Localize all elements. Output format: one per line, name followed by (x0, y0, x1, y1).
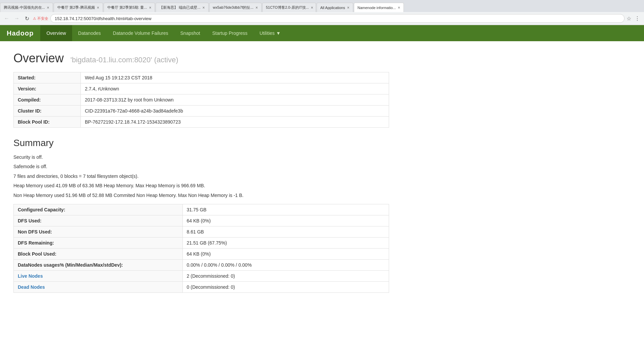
main-content: Overview 'bigdata-01.liu.com:8020' (acti… (0, 41, 402, 303)
nav-overview[interactable]: Overview (40, 25, 72, 41)
value-dfs-used: 64 KB (0%) (182, 215, 389, 226)
value-version: 2.7.4, rUnknown (81, 83, 389, 94)
label-dead-nodes: Dead Nodes (14, 281, 183, 292)
value-cluster-id: CID-22391a76-72a0-4668-a24b-3ad84adefe3b (81, 106, 389, 117)
table-row: Configured Capacity: 31.75 GB (14, 204, 389, 215)
tab-1[interactable]: 腾讯视频-中国领先的在... × (0, 3, 53, 12)
chevron-down-icon: ▼ (276, 30, 281, 36)
table-row: Block Pool Used: 64 KB (0%) (14, 248, 389, 259)
summary-line-0: Security is off. (13, 153, 389, 161)
table-row: Compiled: 2017-08-23T13:31Z by root from… (14, 94, 389, 106)
summary-line-3: Heap Memory used 41.09 MB of 63.36 MB He… (13, 182, 389, 189)
summary-line-2: 7 files and directories, 0 blocks = 7 to… (13, 173, 389, 180)
tab-label-6: 51CTO博客2.0-原的IT技... (266, 5, 309, 10)
summary-section: Summary Security is off. Safemode is off… (13, 138, 389, 293)
value-configured-capacity: 31.75 GB (182, 204, 389, 215)
tab-6[interactable]: 51CTO博客2.0-原的IT技... × (262, 3, 316, 12)
nav-datanodes[interactable]: Datanodes (72, 25, 107, 41)
tab-label-3: 中餐厅 第2季第5期: 量... (107, 5, 147, 10)
tab-5[interactable]: wx5ab76de3dbb7f的扯... × (209, 3, 262, 12)
table-row: Non DFS Used: 8.61 GB (14, 226, 389, 237)
table-row: Started: Wed Aug 15 19:12:23 CST 2018 (14, 72, 389, 83)
label-datanodes-usages: DataNodes usages% (Min/Median/Max/stdDev… (14, 259, 183, 270)
summary-title: Summary (13, 138, 389, 148)
value-block-pool-used: 64 KB (0%) (182, 248, 389, 259)
tab-close-8[interactable]: × (398, 5, 400, 10)
security-warning: ⚠ 不安全 (33, 16, 48, 21)
tab-label-2: 中餐厅 第2季-腾讯视频 (57, 5, 95, 10)
label-non-dfs-used: Non DFS Used: (14, 226, 183, 237)
table-row: Cluster ID: CID-22391a76-72a0-4668-a24b-… (14, 106, 389, 117)
tab-close-3[interactable]: × (149, 5, 151, 10)
nav-utilities[interactable]: Utilities ▼ (254, 25, 287, 41)
value-dead-nodes: 0 (Decommissioned: 0) (182, 281, 389, 292)
label-compiled: Compiled: (14, 94, 81, 106)
label-block-pool-used: Block Pool Used: (14, 248, 183, 259)
tab-2[interactable]: 中餐厅 第2季-腾讯视频 × (54, 3, 103, 12)
table-row: Version: 2.7.4, rUnknown (14, 83, 389, 94)
tab-label-8: Namenode informatio... (358, 6, 396, 10)
tab-close-4[interactable]: × (203, 5, 205, 10)
value-live-nodes: 2 (Decommissioned: 0) (182, 270, 389, 281)
label-configured-capacity: Configured Capacity: (14, 204, 183, 215)
page-title: Overview 'bigdata-01.liu.com:8020' (acti… (13, 51, 389, 65)
back-button[interactable]: ← (3, 14, 11, 22)
tab-7[interactable]: All Applications × (317, 3, 353, 12)
tab-close-1[interactable]: × (47, 5, 49, 10)
table-row: DFS Remaining: 21.51 GB (67.75%) (14, 237, 389, 248)
table-row: Live Nodes 2 (Decommissioned: 0) (14, 270, 389, 281)
nav-startup-progress[interactable]: Startup Progress (206, 25, 254, 41)
label-dfs-remaining: DFS Remaining: (14, 237, 183, 248)
table-row: Dead Nodes 0 (Decommissioned: 0) (14, 281, 389, 292)
table-row: DFS Used: 64 KB (0%) (14, 215, 389, 226)
tab-label-4: 【新海思】 端由已成壁... (159, 5, 200, 10)
tab-3[interactable]: 中餐厅 第2季第5期: 量... × (104, 3, 155, 12)
value-compiled: 2017-08-23T13:31Z by root from Unknown (81, 94, 389, 106)
label-dfs-used: DFS Used: (14, 215, 183, 226)
tab-label-5: wx5ab76de3dbb7f的扯... (213, 5, 254, 10)
reload-button[interactable]: ↻ (23, 14, 31, 22)
address-bar-row: ← → ↻ ⚠ 不安全 ☆ ⋮ (0, 12, 644, 25)
table-row: DataNodes usages% (Min/Median/Max/stdDev… (14, 259, 389, 270)
value-started: Wed Aug 15 19:12:23 CST 2018 (81, 72, 389, 83)
nav-datanode-volume-failures[interactable]: Datanode Volume Failures (107, 25, 174, 41)
menu-button[interactable]: ⋮ (633, 14, 641, 22)
tab-close-7[interactable]: × (347, 5, 350, 10)
value-datanodes-usages: 0.00% / 0.00% / 0.00% / 0.00% (182, 259, 389, 270)
tab-close-2[interactable]: × (97, 5, 99, 10)
value-block-pool-id: BP-76272192-172.18.74.172-1534323890723 (81, 117, 389, 128)
dead-nodes-link[interactable]: Dead Nodes (18, 284, 45, 290)
table-row: Block Pool ID: BP-76272192-172.18.74.172… (14, 117, 389, 128)
overview-section: Overview 'bigdata-01.liu.com:8020' (acti… (13, 51, 389, 128)
value-dfs-remaining: 21.51 GB (67.75%) (182, 237, 389, 248)
label-block-pool-id: Block Pool ID: (14, 117, 81, 128)
label-version: Version: (14, 83, 81, 94)
tab-close-5[interactable]: × (256, 5, 258, 10)
navbar-nav: Overview Datanodes Datanode Volume Failu… (40, 25, 286, 41)
summary-line-1: Safemode is off. (13, 163, 389, 170)
label-live-nodes: Live Nodes (14, 270, 183, 281)
navbar: Hadoop Overview Datanodes Datanode Volum… (0, 25, 644, 41)
label-cluster-id: Cluster ID: (14, 106, 81, 117)
bookmark-button[interactable]: ☆ (627, 15, 631, 22)
forward-button[interactable]: → (13, 14, 21, 22)
tab-close-6[interactable]: × (311, 5, 313, 10)
tab-8[interactable]: Namenode informatio... × (354, 3, 404, 12)
nav-snapshot[interactable]: Snapshot (174, 25, 206, 41)
address-input[interactable] (50, 14, 625, 23)
tab-label-1: 腾讯视频-中国领先的在... (4, 5, 45, 10)
tab-4[interactable]: 【新海思】 端由已成壁... × (156, 3, 208, 12)
navbar-brand: Hadoop (0, 29, 40, 37)
tab-bar: 腾讯视频-中国领先的在... × 中餐厅 第2季-腾讯视频 × 中餐厅 第2季第… (0, 0, 644, 12)
value-non-dfs-used: 8.61 GB (182, 226, 389, 237)
summary-line-4: Non Heap Memory used 51.96 MB of 52.88 M… (13, 192, 389, 199)
live-nodes-link[interactable]: Live Nodes (18, 273, 43, 279)
summary-table: Configured Capacity: 31.75 GB DFS Used: … (13, 204, 389, 293)
browser-chrome: 腾讯视频-中国领先的在... × 中餐厅 第2季-腾讯视频 × 中餐厅 第2季第… (0, 0, 644, 25)
tab-label-7: All Applications (320, 6, 345, 10)
info-table: Started: Wed Aug 15 19:12:23 CST 2018 Ve… (13, 72, 389, 128)
label-started: Started: (14, 72, 81, 83)
page-title-sub: 'bigdata-01.liu.com:8020' (active) (70, 56, 178, 64)
